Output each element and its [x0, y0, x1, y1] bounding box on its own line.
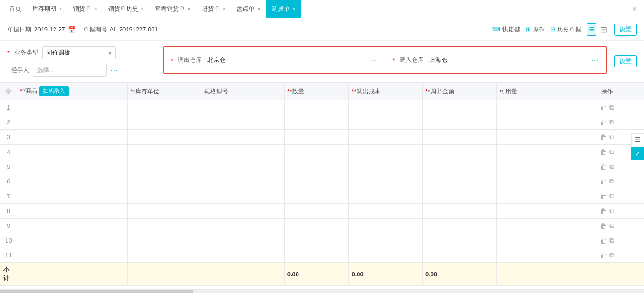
cell-amount-3[interactable] [423, 130, 497, 145]
side-list-button[interactable]: ☰ [631, 133, 644, 146]
cell-spec-3[interactable] [201, 130, 285, 145]
cell-product-10[interactable] [17, 233, 128, 248]
copy-icon-8[interactable]: ⧉ [609, 207, 614, 215]
tab-close-view-sales[interactable]: × [188, 6, 190, 12]
cell-unit-8[interactable] [128, 204, 201, 219]
handler-select[interactable]: 选择... [33, 64, 107, 77]
cell-unit-11[interactable] [128, 248, 201, 263]
warehouse-out-value[interactable]: 北京仓 [207, 56, 225, 64]
horizontal-scrollbar[interactable] [0, 289, 644, 293]
layout-icon-2[interactable]: ⊟ [598, 24, 609, 36]
window-close-button[interactable]: × [629, 3, 640, 15]
cell-spec-11[interactable] [201, 248, 285, 263]
delete-icon-2[interactable]: 🗑 [600, 119, 607, 126]
cell-cost-5[interactable] [349, 159, 423, 174]
delete-icon-8[interactable]: 🗑 [600, 208, 607, 215]
cell-spec-4[interactable] [201, 145, 285, 159]
copy-icon-11[interactable]: ⧉ [609, 251, 614, 259]
cell-unit-1[interactable] [128, 100, 201, 115]
cell-product-4[interactable] [17, 145, 128, 159]
cell-product-7[interactable] [17, 189, 128, 204]
cell-product-1[interactable] [17, 100, 128, 115]
cell-available-9[interactable] [496, 219, 570, 233]
cell-available-8[interactable] [496, 204, 570, 219]
handler-more-button[interactable]: ··· [110, 66, 118, 74]
cell-amount-9[interactable] [423, 219, 497, 233]
cell-amount-4[interactable] [423, 145, 497, 159]
cell-qty-3[interactable] [284, 130, 349, 145]
tab-sales-history[interactable]: 销货单历史 × [103, 0, 149, 18]
cell-qty-9[interactable] [284, 219, 349, 233]
copy-icon-6[interactable]: ⧉ [609, 177, 614, 185]
tab-close-purchase-order[interactable]: × [223, 6, 225, 12]
cell-qty-4[interactable] [284, 145, 349, 159]
cell-unit-4[interactable] [128, 145, 201, 159]
cell-available-11[interactable] [496, 248, 570, 263]
history-button[interactable]: ⊟ 历史单据 [550, 25, 581, 34]
cell-cost-10[interactable] [349, 233, 423, 248]
cell-amount-10[interactable] [423, 233, 497, 248]
tab-sales-order[interactable]: 销货单 × [67, 0, 102, 18]
cell-cost-2[interactable] [349, 115, 423, 130]
tab-close-transfer[interactable]: × [292, 6, 295, 12]
cell-qty-6[interactable] [284, 174, 349, 189]
warehouse-in-more-button[interactable]: ··· [591, 56, 599, 64]
cell-spec-2[interactable] [201, 115, 285, 130]
cell-spec-10[interactable] [201, 233, 285, 248]
cell-available-10[interactable] [496, 233, 570, 248]
cell-amount-8[interactable] [423, 204, 497, 219]
delete-icon-9[interactable]: 🗑 [600, 222, 607, 230]
cell-spec-6[interactable] [201, 174, 285, 189]
cell-product-3[interactable] [17, 130, 128, 145]
cell-unit-6[interactable] [128, 174, 201, 189]
warehouse-in-value[interactable]: 上海仓 [429, 56, 447, 64]
cell-product-5[interactable] [17, 159, 128, 174]
cell-qty-2[interactable] [284, 115, 349, 130]
cell-amount-11[interactable] [423, 248, 497, 263]
cell-qty-1[interactable] [284, 100, 349, 115]
delete-icon-11[interactable]: 🗑 [600, 252, 607, 259]
cell-available-1[interactable] [496, 100, 570, 115]
warehouse-out-more-button[interactable]: ··· [370, 56, 377, 64]
cell-unit-2[interactable] [128, 115, 201, 130]
tab-close-sales-order[interactable]: × [94, 6, 97, 12]
cell-cost-9[interactable] [349, 219, 423, 233]
cell-available-4[interactable] [496, 145, 570, 159]
calendar-icon[interactable]: 📅 [68, 26, 76, 33]
cell-qty-10[interactable] [284, 233, 349, 248]
copy-icon-5[interactable]: ⧉ [609, 163, 614, 171]
cell-qty-11[interactable] [284, 248, 349, 263]
side-expand-button[interactable]: ⤢ [631, 147, 644, 160]
tab-transfer[interactable]: 调拨单 × [266, 0, 301, 18]
cell-available-6[interactable] [496, 174, 570, 189]
tab-home[interactable]: 首页 [4, 0, 27, 18]
scan-button[interactable]: 扫码录入 [39, 86, 69, 96]
business-type-select[interactable]: 同价调拨 ▾ [42, 46, 116, 59]
cell-product-11[interactable] [17, 248, 128, 263]
scrollbar-thumb[interactable] [0, 290, 193, 293]
cell-unit-5[interactable] [128, 159, 201, 174]
date-value[interactable]: 2019-12-27 [34, 26, 65, 33]
cell-product-9[interactable] [17, 219, 128, 233]
setting-button[interactable]: 设置 [614, 24, 637, 36]
delete-icon-3[interactable]: 🗑 [600, 134, 607, 141]
copy-icon-4[interactable]: ⧉ [609, 148, 614, 156]
cell-spec-1[interactable] [201, 100, 285, 115]
cell-cost-3[interactable] [349, 130, 423, 145]
copy-icon-2[interactable]: ⧉ [609, 118, 614, 126]
copy-icon-9[interactable]: ⧉ [609, 222, 614, 230]
cell-unit-3[interactable] [128, 130, 201, 145]
delete-icon-1[interactable]: 🗑 [600, 104, 607, 111]
cell-product-2[interactable] [17, 115, 128, 130]
cell-product-8[interactable] [17, 204, 128, 219]
operations-button[interactable]: ⊞ 操作 [526, 25, 545, 34]
cell-available-3[interactable] [496, 130, 570, 145]
delete-icon-10[interactable]: 🗑 [600, 237, 607, 244]
cell-available-5[interactable] [496, 159, 570, 174]
cell-spec-5[interactable] [201, 159, 285, 174]
cell-unit-9[interactable] [128, 219, 201, 233]
cell-cost-1[interactable] [349, 100, 423, 115]
tab-inventory-init[interactable]: 库存期初 × [27, 0, 67, 18]
cell-amount-2[interactable] [423, 115, 497, 130]
tab-stocktake[interactable]: 盘点单 × [231, 0, 266, 18]
